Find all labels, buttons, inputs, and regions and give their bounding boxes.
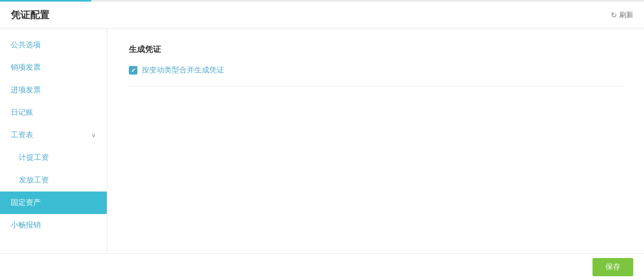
merge-by-type-label[interactable]: 按变动类型合并生成凭证 [142,65,224,75]
chevron-down-icon: ∨ [91,131,96,139]
sidebar-item-sales-invoice[interactable]: 销项发票 [0,56,107,79]
sidebar-item-label: 计提工资 [19,153,49,163]
sidebar-item-label: 工资表 [11,130,33,140]
sidebar-item-label: 销项发票 [11,63,41,72]
merge-by-type-checkbox[interactable] [129,66,137,75]
sidebar-item-journal[interactable]: 日记账 [0,101,107,124]
footer: 保存 [0,253,644,280]
divider [129,86,623,86]
sidebar-item-pay-payroll[interactable]: 发放工资 [0,169,107,191]
save-button[interactable]: 保存 [592,258,633,276]
checkbox-row: 按变动类型合并生成凭证 [129,65,623,75]
header: 凭证配置 ↻ 刷新 [0,2,644,28]
sidebar-item-public-options[interactable]: 公共选项 [0,34,107,56]
page-title: 凭证配置 [11,9,49,21]
sidebar-item-label: 日记账 [11,108,33,117]
content-area: 生成凭证 按变动类型合并生成凭证 [107,28,644,253]
sidebar-item-purchase-invoice[interactable]: 进项发票 [0,79,107,101]
sidebar-item-expense-report[interactable]: 小畅报销 [0,214,107,237]
sidebar-item-label: 固定资产 [11,198,41,208]
refresh-button[interactable]: ↻ 刷新 [611,10,633,20]
sidebar-item-label: 进项发票 [11,85,41,95]
section-title: 生成凭证 [129,45,623,55]
main-layout: 公共选项销项发票进项发票日记账工资表∨计提工资发放工资固定资产小畅报销 生成凭证… [0,28,644,253]
sidebar-item-label: 公共选项 [11,40,41,50]
sidebar-item-label: 发放工资 [19,175,49,185]
sidebar-item-label: 小畅报销 [11,220,41,230]
sidebar-item-payroll-table[interactable]: 工资表∨ [0,124,107,146]
sidebar: 公共选项销项发票进项发票日记账工资表∨计提工资发放工资固定资产小畅报销 [0,28,107,253]
sidebar-item-calc-payroll[interactable]: 计提工资 [0,146,107,169]
refresh-icon: ↻ [611,11,617,19]
refresh-label: 刷新 [619,10,633,20]
sidebar-item-fixed-assets[interactable]: 固定资产 [0,191,107,214]
